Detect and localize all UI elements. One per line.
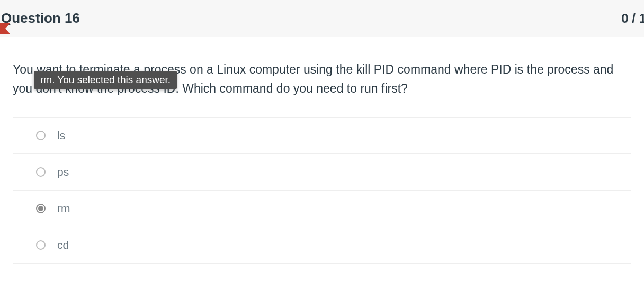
option-row[interactable]: rm — [13, 190, 631, 227]
question-content: You want to terminate a process on a Lin… — [0, 37, 644, 276]
radio-icon[interactable] — [36, 131, 46, 140]
answer-tooltip: rm. You selected this answer. — [34, 71, 177, 89]
footer-divider — [0, 287, 644, 287]
question-score: 0 / 1 — [621, 11, 644, 26]
radio-icon[interactable] — [36, 167, 46, 177]
radio-icon[interactable] — [36, 204, 46, 213]
radio-icon[interactable] — [36, 240, 46, 250]
option-row[interactable]: ls — [13, 117, 631, 154]
question-title: Question 16 — [1, 10, 80, 26]
question-header: Question 16 0 / 1 — [0, 0, 644, 37]
option-row[interactable]: ps — [13, 154, 631, 190]
header-left: Question 16 — [0, 10, 80, 26]
option-row[interactable]: cd — [13, 227, 631, 264]
option-label: ls — [57, 129, 65, 142]
option-label: cd — [57, 239, 69, 251]
option-label: rm — [57, 202, 70, 215]
options-list: ls ps rm cd — [13, 117, 631, 264]
option-label: ps — [57, 166, 69, 178]
